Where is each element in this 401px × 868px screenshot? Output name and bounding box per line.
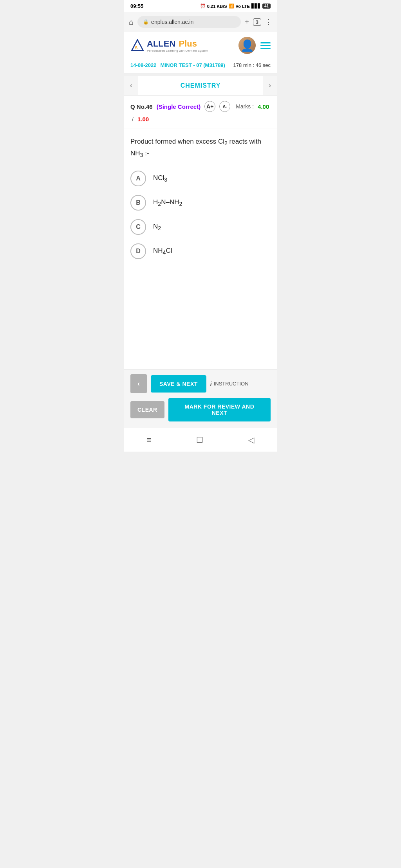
status-bar: 09:55 ⏰ 0.21 KB/S 📶 Vo LTE ▋▋▋ 41 [124, 0, 277, 12]
question-number: Q No.46 [130, 103, 153, 110]
menu-icon[interactable] [260, 42, 271, 49]
app-header: A ALLEN Plus Personalised Learning with … [124, 32, 277, 59]
url-bar[interactable]: 🔒 enplus.allen.ac.in [137, 16, 241, 28]
action-bar: ‹ SAVE & NEXT i INSTRUCTION [124, 369, 277, 398]
add-tab-icon[interactable]: + [245, 18, 249, 26]
home-icon[interactable]: ⌂ [129, 18, 134, 27]
tab-count[interactable]: 3 [253, 18, 261, 26]
test-info-bar: 14-08-2022 MINOR TEST - 07 (M31789) 178 … [124, 59, 277, 74]
triangle-back-icon: ◁ [248, 435, 254, 445]
timer-display: 178 min : 46 sec [233, 62, 271, 68]
battery-icon: 41 [262, 4, 271, 9]
status-icons: ⏰ 0.21 KB/S 📶 Vo LTE ▋▋▋ 41 [200, 4, 271, 9]
save-next-button[interactable]: SAVE & NEXT [151, 375, 206, 393]
time-display: 09:55 [130, 3, 143, 9]
more-options-icon[interactable]: ⋮ [265, 18, 272, 26]
instruction-button[interactable]: i INSTRUCTION [210, 381, 249, 387]
question-spacer [124, 267, 277, 369]
bottom-nav: ≡ ☐ ◁ [124, 428, 277, 452]
font-decrease-button[interactable]: A- [219, 101, 230, 112]
speed-display: 0.21 KB/S [207, 4, 227, 9]
option-b-text: H2N–NH2 [153, 198, 182, 207]
question-header: Q No.46 (Single Correct) A+ A- Marks : 4… [124, 95, 277, 128]
bottom-menu-button[interactable]: ≡ [135, 433, 163, 447]
question-content: Product formed when excess Cl2 reacts wi… [124, 128, 277, 267]
hamburger-icon: ≡ [147, 436, 152, 445]
bottom-back-button[interactable]: ◁ [237, 433, 266, 447]
option-b[interactable]: B H2N–NH2 [130, 195, 271, 211]
url-text: enplus.allen.ac.in [151, 19, 193, 25]
instruction-label: INSTRUCTION [214, 381, 249, 387]
test-details: 14-08-2022 MINOR TEST - 07 (M31789) [130, 62, 225, 68]
marks-separator: / [132, 116, 134, 122]
signal-icon: Vo LTE [236, 4, 250, 9]
wifi-icon: 📶 [229, 4, 234, 9]
square-icon: ☐ [196, 435, 203, 445]
options-list: A NCl3 B H2N–NH2 C N2 D NH4Cl [130, 171, 271, 259]
avatar[interactable] [238, 37, 256, 54]
option-a[interactable]: A NCl3 [130, 171, 271, 186]
option-c[interactable]: C N2 [130, 219, 271, 235]
test-name: MINOR TEST - 07 (M31789) [161, 62, 225, 68]
logo-text: ALLEN Plus Personalised Learning with Ul… [147, 39, 208, 52]
option-d-circle: D [130, 243, 146, 259]
prev-subject-button[interactable]: ‹ [124, 76, 138, 95]
back-button[interactable]: ‹ [130, 374, 147, 393]
marks-wrong: 1.00 [137, 116, 149, 122]
timer-icon: ⏰ [200, 4, 206, 9]
mark-review-button[interactable]: MARK FOR REVIEW AND NEXT [168, 398, 271, 421]
svg-text:A: A [135, 45, 138, 50]
info-icon: i [210, 381, 212, 387]
logo-subtitle: Personalised Learning with Ultimate Syst… [147, 49, 208, 52]
header-right [238, 37, 271, 54]
option-b-circle: B [130, 195, 146, 211]
action-bar-2: CLEAR MARK FOR REVIEW AND NEXT [124, 398, 277, 428]
browser-actions: + 3 ⋮ [245, 18, 272, 26]
question-text: Product formed when excess Cl2 reacts wi… [130, 136, 271, 160]
bottom-home-button[interactable]: ☐ [184, 433, 215, 447]
marks-label: Marks : [236, 103, 254, 110]
network-bars: ▋▋▋ [251, 4, 261, 9]
test-date: 14-08-2022 [130, 62, 157, 68]
question-type: (Single Correct) [157, 103, 201, 110]
font-increase-button[interactable]: A+ [204, 101, 215, 112]
subject-tab-container: ‹ CHEMISTRY › [124, 76, 277, 95]
option-a-circle: A [130, 171, 146, 186]
marks-correct: 4.00 [258, 103, 269, 110]
next-subject-button[interactable]: › [263, 76, 277, 95]
logo-area: A ALLEN Plus Personalised Learning with … [130, 38, 208, 52]
subject-label: CHEMISTRY [138, 77, 263, 95]
allen-plus: Plus [176, 39, 197, 49]
allen-logo-icon: A [130, 38, 145, 52]
option-c-text: N2 [153, 223, 161, 231]
clear-button[interactable]: CLEAR [130, 401, 164, 418]
browser-bar: ⌂ 🔒 enplus.allen.ac.in + 3 ⋮ [124, 12, 277, 32]
option-c-circle: C [130, 219, 146, 235]
lock-icon: 🔒 [143, 19, 149, 25]
allen-name: ALLEN [147, 39, 175, 49]
option-d[interactable]: D NH4Cl [130, 243, 271, 259]
option-a-text: NCl3 [153, 174, 167, 183]
option-d-text: NH4Cl [153, 247, 172, 256]
